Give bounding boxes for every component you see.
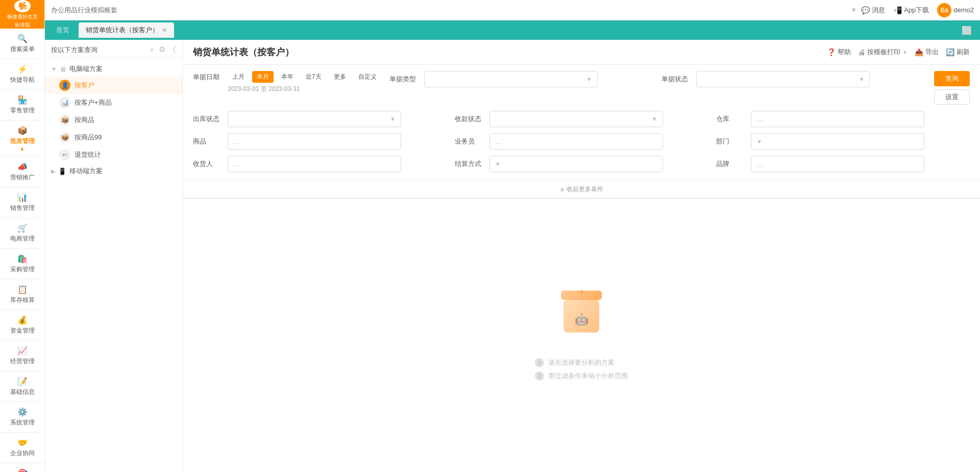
sidebar-item-label: 系统管理 [10, 418, 35, 427]
sidebar-item-enterprise[interactable]: 🤝 企业协同 [0, 433, 44, 463]
tab-home[interactable]: 首页 [49, 22, 77, 38]
tab-sales-stat[interactable]: 销货单统计表（按客户） ✕ [79, 22, 174, 38]
sidebar: 畅 畅捷通好生意 标准版 🔍 搜索菜单 ⚡ 快捷导航 🏪 零售管理 📦 批发管理… [0, 0, 45, 472]
receipt-status-filter: 收款状态 ▼ [455, 111, 708, 127]
sidebar-item-ecommerce[interactable]: 🛒 电商管理 [0, 218, 44, 249]
empty-sparkle-icon: ✦ [578, 287, 585, 298]
sidebar-item-system[interactable]: ⚙️ 系统管理 [0, 402, 44, 433]
sidebar-item-guide[interactable]: 🎯 新手引导 [0, 463, 44, 472]
sidebar-item-label: 电商管理 [10, 234, 35, 243]
sidebar-item-basic[interactable]: 📝 基础信息 [0, 371, 44, 402]
query-button[interactable]: 查询 [934, 71, 970, 86]
quick-nav-icon: ⚡ [17, 64, 28, 74]
add-scheme-button[interactable]: ＋ [148, 45, 156, 55]
by-customer-icon: 👤 [59, 80, 70, 91]
salesperson-select[interactable]: … [489, 133, 663, 150]
marketing-icon: 📣 [17, 162, 28, 172]
page-actions: ❓ 帮助 🖨 按模板打印 ▼ 📤 导出 [827, 48, 970, 57]
hint-num-1: 1 [535, 358, 544, 367]
collapse-panel-button[interactable]: 《 [168, 45, 176, 55]
tree-child-by-customer-product[interactable]: 📊 按客户+商品 [45, 94, 182, 111]
receipt-status-select[interactable]: ▼ [489, 111, 663, 127]
sidebar-item-search[interactable]: 🔍 搜索菜单 [0, 29, 44, 59]
warehouse-select[interactable]: … [751, 111, 924, 127]
tab-home-label: 首页 [56, 26, 69, 35]
settings-scheme-button[interactable]: ⚙ [159, 45, 165, 55]
receiver-select[interactable]: … [228, 156, 401, 172]
sidebar-item-label: 基础信息 [10, 388, 35, 396]
sidebar-item-finance[interactable]: 💰 资金管理 [0, 310, 44, 341]
receiver-dots-icon: … [233, 160, 241, 168]
sidebar-item-purchase[interactable]: 🛍️ 采购管理 [0, 249, 44, 279]
sidebar-item-retail[interactable]: 🏪 零售管理 [0, 90, 44, 121]
settlement-filter: 结算方式 ▼ [455, 156, 708, 172]
empty-state: ✦ 🤖 1 请先选择要分析的方案 2 用过滤条件来缩小分析范围 [183, 199, 980, 472]
refresh-label: 刷新 [957, 48, 970, 57]
sidebar-item-label: 销售管理 [10, 204, 35, 213]
help-button[interactable]: ❓ 帮助 [827, 48, 851, 57]
receipt-status-arrow-icon: ▼ [652, 116, 657, 122]
logo-icon: 畅 [14, 0, 31, 12]
settings-button[interactable]: 设置 [934, 89, 970, 105]
return-stats-icon: ↩ [59, 149, 70, 160]
sidebar-item-inventory[interactable]: 📋 库存核算 [0, 279, 44, 310]
tab-close-icon[interactable]: ✕ [162, 27, 167, 34]
sidebar-item-wholesale[interactable]: 📦 批发管理 ▲ [0, 121, 44, 157]
date-btn-more[interactable]: 更多 [329, 71, 351, 83]
product-label: 商品 [193, 137, 224, 146]
date-btn-this-month[interactable]: 本月 [252, 71, 274, 83]
tree-child-by-customer[interactable]: 👤 按客户 [45, 77, 182, 94]
export-button[interactable]: 📤 导出 [915, 48, 939, 57]
tree-child-by-product[interactable]: 📦 按商品 [45, 111, 182, 129]
doc-type-select[interactable]: ▼ [424, 71, 598, 87]
tree-desktop-section[interactable]: ▼ 🖥 电脑端方案 [45, 61, 182, 77]
by-customer-product-icon: 📊 [59, 97, 70, 108]
brand-select[interactable]: … [751, 156, 924, 172]
product-select[interactable]: … [228, 133, 401, 150]
settlement-select[interactable]: ▼ [489, 156, 663, 172]
print-label: 按模板打印 [867, 48, 900, 57]
collapse-up-icon: ∧ [560, 186, 565, 193]
tree-mobile-section[interactable]: ▶ 📱 移动端方案 [45, 163, 182, 179]
sidebar-item-quick-nav[interactable]: ⚡ 快捷导航 [0, 59, 44, 90]
refresh-button[interactable]: 🔄 刷新 [946, 48, 970, 57]
brand-filter: 品牌 … [716, 156, 970, 172]
department-label: 部门 [716, 137, 747, 146]
department-select[interactable]: ▼ [751, 133, 924, 150]
sidebar-item-marketing[interactable]: 📣 营销推广 [0, 157, 44, 187]
breadcrumb-arrow[interactable]: ▼ [850, 6, 857, 14]
collapse-button[interactable]: ∧ 收起更多条件 [183, 180, 980, 198]
sidebar-item-operations[interactable]: 📈 经营管理 [0, 341, 44, 371]
help-label: 帮助 [838, 48, 851, 57]
date-btn-custom[interactable]: 自定义 [354, 71, 381, 83]
warehouse-label: 仓库 [716, 114, 747, 124]
app-logo[interactable]: 畅 畅捷通好生意 标准版 [0, 0, 45, 29]
sidebar-item-sales[interactable]: 📊 销售管理 [0, 187, 44, 218]
date-btn-this-year[interactable]: 本年 [277, 71, 298, 83]
settlement-arrow-icon: ▼ [495, 161, 501, 167]
left-panel: 按以下方案查询 ＋ ⚙ 《 ▼ 🖥 电脑端方案 👤 按客户 [45, 40, 183, 472]
date-label: 单据日期 [193, 73, 224, 82]
topbar: 办公用品行业模拟账套 ▼ 💬 消息 📲 App下载 Ea demo2 [45, 0, 980, 20]
salesperson-filter: 业务员 … [455, 133, 708, 150]
user-label: demo2 [953, 6, 974, 14]
tree-mobile-label: 移动端方案 [69, 167, 103, 176]
date-btn-last-7[interactable]: 近7天 [301, 71, 326, 83]
refresh-icon: 🔄 [946, 48, 954, 56]
sidebar-item-label: 采购管理 [10, 265, 35, 274]
date-btn-last-month[interactable]: 上月 [228, 71, 249, 83]
receiver-label: 收货人 [193, 159, 224, 169]
message-button[interactable]: 💬 消息 [861, 6, 885, 15]
guide-icon: 🎯 [17, 468, 28, 472]
tab-expand-icon[interactable]: ⬜ [958, 26, 976, 35]
tree-child-by-product-99[interactable]: 📦 按商品99 [45, 129, 182, 146]
product-dots-icon: … [233, 137, 241, 146]
print-button[interactable]: 🖨 按模板打印 ▼ [858, 48, 908, 57]
date-range: 2023-03-01 至 2023-03-31 [193, 85, 381, 93]
doc-status-select[interactable]: ▼ [696, 71, 870, 87]
out-status-select[interactable]: ▼ [228, 111, 401, 127]
tabbar: 首页 销货单统计表（按客户） ✕ ⬜ [45, 20, 980, 40]
user-menu[interactable]: Ea demo2 [937, 3, 974, 17]
tree-child-return-stats[interactable]: ↩ 退货统计 [45, 146, 182, 163]
app-download-button[interactable]: 📲 App下载 [893, 6, 929, 15]
